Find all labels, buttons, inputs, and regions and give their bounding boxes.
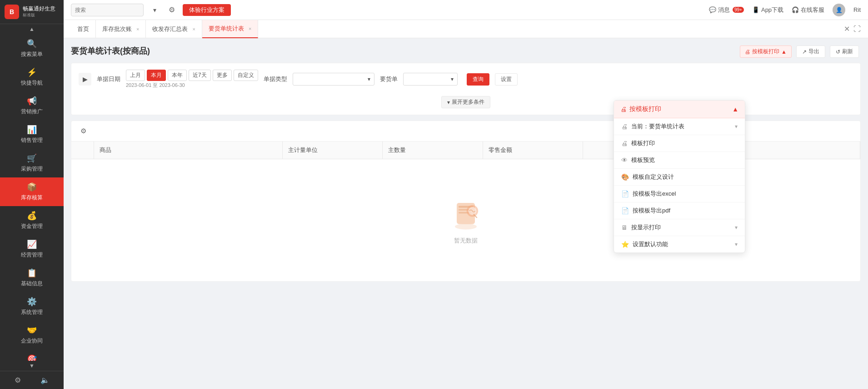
yaohuodan-label: 要货单 xyxy=(380,75,398,83)
print-template-btn[interactable]: 🖨 按模板打印 ▲ xyxy=(740,45,792,58)
table-column-settings-btn[interactable]: ⚙ xyxy=(77,125,90,137)
messages-btn[interactable]: 💬 消息 99+ xyxy=(709,6,744,14)
guide-icon: 🎯 xyxy=(27,354,37,361)
type-select[interactable]: ▾ xyxy=(293,73,374,86)
print-dropdown-template-preview[interactable]: 👁 模板预览 xyxy=(614,152,745,169)
sidebar-nav: 🔍 搜索菜单 ⚡ 快捷导航 📢 营销推广 📊 销售管理 🛒 采购管理 📦 库存核… xyxy=(0,34,64,361)
date-btn-this-year[interactable]: 本年 xyxy=(168,70,187,81)
date-btn-more[interactable]: 更多 xyxy=(213,70,232,81)
print-dropdown-template-custom[interactable]: 🎨 模板自定义设计 xyxy=(614,169,745,186)
table-col-retail-amount: 零售金额 xyxy=(483,141,583,159)
sidebar-item-label: 快捷导航 xyxy=(21,79,43,87)
service-icon: 🎧 xyxy=(792,6,799,13)
print-dropdown-display-print[interactable]: 🖥 按显示打印 ▾ xyxy=(614,219,745,236)
sidebar-item-enterprise[interactable]: 🤝 企业协同 xyxy=(0,321,64,349)
search-dropdown-btn[interactable]: ▾ xyxy=(148,4,161,16)
sidebar-item-basic[interactable]: 📋 基础信息 xyxy=(0,263,64,292)
enterprise-icon: 🤝 xyxy=(27,325,37,335)
sidebar-item-marketing[interactable]: 📢 营销推广 xyxy=(0,91,64,120)
display-print-chevron: ▾ xyxy=(735,224,738,231)
date-btn-7days[interactable]: 近7天 xyxy=(189,70,211,81)
print-dropdown: 🖨 按模板打印 ▲ 🖨 当前：要货单统计表 ▾ 🖨 模板打印 xyxy=(614,100,745,253)
system-icon: ⚙️ xyxy=(27,297,37,307)
print-dropdown-current-template[interactable]: 🖨 当前：要货单统计表 ▾ xyxy=(614,118,745,135)
sidebar-item-label: 采购管理 xyxy=(21,165,43,173)
sidebar-item-label: 基础信息 xyxy=(21,280,43,288)
print-dropdown-export-pdf[interactable]: 📄 按模板导出pdf xyxy=(614,202,745,219)
sidebar-item-label: 系统管理 xyxy=(21,308,43,316)
tab-order-stats[interactable]: 要货单统计表 × xyxy=(202,20,258,38)
tab-inventory-batch[interactable]: 库存批次账 × xyxy=(96,20,146,38)
sidebar-item-inventory[interactable]: 📦 库存核算 xyxy=(0,177,64,206)
sidebar-item-search[interactable]: 🔍 搜索菜单 xyxy=(0,34,64,63)
set-default-icon: ⭐ xyxy=(621,241,629,248)
tab-home[interactable]: 首页 xyxy=(71,20,96,38)
sidebar-item-finance[interactable]: 💰 资金管理 xyxy=(0,206,64,235)
table-col-product: 商品 xyxy=(94,141,283,159)
sidebar-item-label: 资金管理 xyxy=(21,222,43,230)
sidebar-item-system[interactable]: ⚙️ 系统管理 xyxy=(0,292,64,321)
print-dropdown-close-chevron[interactable]: ▲ xyxy=(732,106,738,113)
export-pdf-icon: 📄 xyxy=(621,207,629,214)
query-btn[interactable]: 查询 xyxy=(467,73,489,86)
current-template-sub: 当前：要货单统计表 ▾ xyxy=(631,122,738,131)
messages-badge: 99+ xyxy=(733,7,744,13)
tab-close-inventory-batch[interactable]: × xyxy=(136,26,139,32)
sidebar-item-purchase[interactable]: 🛒 采购管理 xyxy=(0,149,64,177)
expand-tab-btn[interactable]: ⛶ xyxy=(853,25,861,33)
online-service-btn[interactable]: 🎧 在线客服 xyxy=(792,6,824,14)
print-dropdown-template-print[interactable]: 🖨 模板打印 xyxy=(614,135,745,152)
print-dropdown-export-excel[interactable]: 📄 按模板导出excel xyxy=(614,186,745,202)
sidebar-item-operations[interactable]: 📈 经营管理 xyxy=(0,235,64,263)
settings-footer-btn[interactable]: ⚙ xyxy=(15,376,21,384)
search-input[interactable] xyxy=(71,4,144,16)
tab-close-payment-summary[interactable]: × xyxy=(192,26,195,32)
shortcut-icon: ⚡ xyxy=(27,67,37,77)
set-default-sub: 设置默认功能 ▾ xyxy=(633,240,738,248)
sidebar-item-label: 销售管理 xyxy=(21,136,43,144)
printer-header-icon: 🖨 xyxy=(620,106,627,113)
filter-expand-btn[interactable]: ▶ xyxy=(79,73,91,86)
username-label: Rit xyxy=(853,6,861,13)
experience-btn[interactable]: 体验行业方案 xyxy=(183,4,231,16)
table-col-quantity: 主数量 xyxy=(383,141,483,159)
empty-icon xyxy=(448,196,484,232)
app-download-btn[interactable]: 📱 App下载 xyxy=(752,6,783,14)
date-btn-custom[interactable]: 自定义 xyxy=(234,70,258,81)
type-filter-label: 单据类型 xyxy=(264,75,287,83)
table-col-unit: 主计量单位 xyxy=(283,141,383,159)
sidebar-scroll-up[interactable]: ▲ xyxy=(0,24,64,34)
refresh-btn[interactable]: ↺ 刷新 xyxy=(830,45,859,58)
yaohuodan-select[interactable]: ▾ xyxy=(403,73,458,86)
export-btn[interactable]: ↗ 导出 xyxy=(796,45,825,58)
sidebar-item-shortcut[interactable]: ⚡ 快捷导航 xyxy=(0,63,64,91)
operations-icon: 📈 xyxy=(27,239,37,249)
avatar[interactable]: 👤 xyxy=(833,4,845,16)
type-select-chevron: ▾ xyxy=(368,76,370,82)
date-btn-last-month[interactable]: 上月 xyxy=(126,70,145,81)
tab-payment-summary[interactable]: 收发存汇总表 × xyxy=(146,20,202,38)
print-dropdown-header: 🖨 按模板打印 ▲ xyxy=(614,101,745,118)
purchase-icon: 🛒 xyxy=(27,153,37,163)
print-dropdown-set-default[interactable]: ⭐ 设置默认功能 ▾ xyxy=(614,236,745,253)
close-tab-btn[interactable]: ✕ xyxy=(844,25,850,33)
sidebar-footer: ⚙ 🔈 xyxy=(0,371,64,389)
sidebar-item-label: 经营管理 xyxy=(21,251,43,259)
refresh-icon: ↺ xyxy=(836,49,840,55)
tab-close-order-stats[interactable]: × xyxy=(249,26,251,31)
sidebar-item-sales[interactable]: 📊 销售管理 xyxy=(0,120,64,149)
expand-more-conditions-btn[interactable]: ▾ 展开更多条件 xyxy=(441,96,490,108)
topbar-gear-btn[interactable]: ⚙ xyxy=(165,4,178,16)
settings-btn[interactable]: 设置 xyxy=(495,73,518,86)
basic-icon: 📋 xyxy=(27,268,37,278)
messages-icon: 💬 xyxy=(709,6,716,13)
export-excel-icon: 📄 xyxy=(621,190,629,197)
sidebar-scroll-down[interactable]: ▼ xyxy=(0,361,64,371)
empty-text: 暂无数据 xyxy=(454,237,478,245)
date-btn-this-month[interactable]: 本月 xyxy=(147,70,166,81)
sidebar-item-guide[interactable]: 🎯 新手引导 xyxy=(0,349,64,361)
content-actions: 🖨 按模板打印 ▲ ↗ 导出 ↺ 刷新 xyxy=(740,45,859,58)
sales-icon: 📊 xyxy=(27,125,37,135)
audio-footer-btn[interactable]: 🔈 xyxy=(40,376,50,384)
expand-more-icon: ▾ xyxy=(447,99,450,106)
